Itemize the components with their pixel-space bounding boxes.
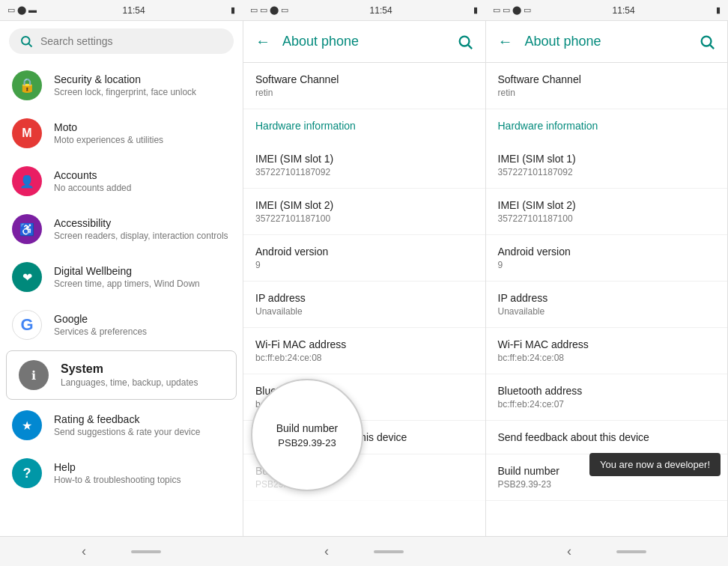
right-bluetooth-title: Bluetooth address (498, 385, 716, 397)
status-icons-right: ▭ ▭ ⬤ ▭ (493, 5, 531, 15)
right-ip-title: IP address (498, 292, 716, 304)
security-icon: 🔒 (12, 70, 42, 100)
right-imei1[interactable]: IMEI (SIM slot 1) 357227101187092 (486, 142, 728, 189)
svg-line-1 (28, 43, 31, 46)
middle-software-channel[interactable]: Software Channel retin (243, 63, 485, 109)
accessibility-subtitle: Screen readers, display, interaction con… (54, 231, 231, 241)
digital-wellbeing-subtitle: Screen time, app timers, Wind Down (54, 279, 231, 289)
status-panel-left: ▭ ⬤ ▬ 11:54 ▮ (0, 0, 243, 20)
middle-panel-title: About phone (282, 34, 445, 49)
build-number-circle: Build number PSB29.39-23 (251, 379, 363, 491)
middle-software-channel-value: retin (255, 88, 473, 98)
right-software-channel[interactable]: Software Channel retin (486, 63, 728, 109)
accessibility-title: Accessibility (54, 217, 231, 229)
sidebar-item-accounts[interactable]: 👤 Accounts No accounts added (0, 157, 243, 205)
moto-subtitle: Moto experiences & utilities (54, 135, 231, 145)
battery-right: ▮ (716, 5, 721, 15)
right-panel-header: ← About phone (486, 21, 728, 63)
search-input[interactable] (40, 35, 223, 47)
help-title: Help (54, 461, 231, 473)
battery-mid: ▮ (473, 5, 478, 15)
digital-wellbeing-text: Digital Wellbeing Screen time, app timer… (54, 265, 231, 289)
right-feedback-title: Send feedback about this device (498, 431, 716, 443)
nav-home-right[interactable] (616, 550, 646, 553)
accessibility-icon: ♿ (12, 214, 42, 244)
middle-ip-value: Unavailable (255, 306, 473, 317)
svg-line-3 (468, 45, 472, 49)
right-imei2-value: 357227101187100 (498, 213, 716, 224)
system-subtitle: Languages, time, backup, updates (61, 377, 224, 388)
right-wifi-mac[interactable]: Wi-Fi MAC address bc:ff:eb:24:ce:08 (486, 328, 728, 374)
right-software-channel-title: Software Channel (498, 73, 716, 85)
middle-wifi-mac[interactable]: Wi-Fi MAC address bc:ff:eb:24:ce:08 (243, 328, 485, 374)
right-imei2-title: IMEI (SIM slot 2) (498, 199, 716, 211)
nav-back-left[interactable]: ‹ (82, 544, 86, 559)
rating-title: Rating & feedback (54, 413, 231, 425)
right-wifi-title: Wi-Fi MAC address (498, 338, 716, 350)
toast-text: You are now a developer! (600, 459, 710, 470)
middle-ip-address[interactable]: IP address Unavailable (243, 282, 485, 328)
sidebar-item-digital-wellbeing[interactable]: ❤ Digital Wellbeing Screen time, app tim… (0, 253, 243, 301)
right-imei2[interactable]: IMEI (SIM slot 2) 357227101187100 (486, 189, 728, 235)
middle-android-title: Android version (255, 246, 473, 258)
nav-home-left[interactable] (131, 550, 161, 553)
google-icon: G (12, 310, 42, 340)
sidebar-item-google[interactable]: G Google Services & preferences (0, 301, 243, 349)
svg-point-0 (22, 37, 30, 45)
nav-back-mid[interactable]: ‹ (324, 544, 329, 559)
sidebar-item-moto[interactable]: M Moto Moto experiences & utilities (0, 109, 243, 157)
nav-back-right[interactable]: ‹ (567, 544, 571, 559)
sidebar-item-accessibility[interactable]: ♿ Accessibility Screen readers, display,… (0, 205, 243, 253)
middle-imei2-title: IMEI (SIM slot 2) (255, 199, 473, 211)
right-android-version[interactable]: Android version 9 (486, 235, 728, 282)
right-search-icon[interactable] (699, 34, 715, 50)
settings-list: 🔒 Security & location Screen lock, finge… (0, 61, 243, 536)
right-build-value: PSB29.39-23 (498, 479, 716, 490)
sidebar-item-system[interactable]: ℹ System Languages, time, backup, update… (6, 350, 237, 400)
security-title: Security & location (54, 73, 231, 85)
right-imei1-value: 357227101187092 (498, 167, 716, 177)
google-g: G (20, 315, 33, 335)
sidebar-item-security[interactable]: 🔒 Security & location Screen lock, finge… (0, 61, 243, 109)
rating-text: Rating & feedback Send suggestions & rat… (54, 413, 231, 437)
middle-imei2[interactable]: IMEI (SIM slot 2) 357227101187100 (243, 189, 485, 235)
search-icon (19, 34, 33, 48)
svg-point-4 (702, 36, 712, 46)
rating-subtitle: Send suggestions & rate your device (54, 427, 231, 437)
build-circle-label: Build number (276, 422, 339, 434)
right-panel-title: About phone (525, 34, 688, 49)
status-bar: ▭ ⬤ ▬ 11:54 ▮ ▭ ▭ ⬤ ▭ 11:54 ▮ ▭ ▭ ⬤ ▭ 11… (0, 0, 728, 21)
right-back-button[interactable]: ← (498, 33, 513, 50)
status-time-right: 11:54 (613, 5, 635, 16)
google-title: Google (54, 313, 231, 325)
right-ip-address[interactable]: IP address Unavailable (486, 282, 728, 328)
sidebar-item-rating[interactable]: ★ Rating & feedback Send suggestions & r… (0, 401, 243, 449)
middle-panel-header: ← About phone (243, 21, 485, 63)
status-time-left: 11:54 (123, 5, 145, 16)
middle-software-channel-title: Software Channel (255, 73, 473, 85)
developer-toast: You are now a developer! (589, 453, 721, 476)
right-bluetooth[interactable]: Bluetooth address bc:ff:eb:24:ce:07 (486, 374, 728, 421)
google-text: Google Services & preferences (54, 313, 231, 337)
notification-icons-right: ▭ ▭ ⬤ ▭ (493, 5, 531, 15)
accessibility-text: Accessibility Screen readers, display, i… (54, 217, 231, 241)
status-panel-right: ▭ ▭ ⬤ ▭ 11:54 ▮ (485, 0, 728, 20)
middle-imei2-value: 357227101187100 (255, 213, 473, 224)
help-text: Help How-to & troubleshooting topics (54, 461, 231, 485)
svg-line-5 (710, 45, 714, 49)
right-send-feedback[interactable]: Send feedback about this device (486, 421, 728, 454)
sidebar-item-help[interactable]: ? Help How-to & troubleshooting topics (0, 449, 243, 497)
help-icon: ? (12, 458, 42, 488)
search-bar-container[interactable] (9, 28, 234, 54)
middle-imei1[interactable]: IMEI (SIM slot 1) 357227101187092 (243, 142, 485, 189)
accounts-title: Accounts (54, 169, 231, 181)
accounts-icon: 👤 (12, 166, 42, 196)
moto-icon: M (12, 118, 42, 148)
middle-back-button[interactable]: ← (255, 33, 270, 50)
svg-point-2 (459, 36, 469, 46)
middle-android-version[interactable]: Android version 9 (243, 235, 485, 282)
nav-home-mid[interactable] (374, 550, 404, 553)
middle-search-icon[interactable] (457, 34, 473, 50)
accounts-subtitle: No accounts added (54, 183, 231, 193)
middle-hardware-header: Hardware information (243, 109, 485, 142)
